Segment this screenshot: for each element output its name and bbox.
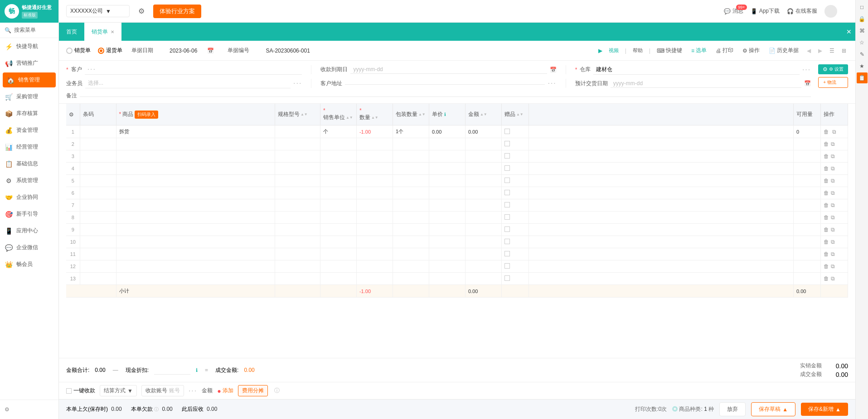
row-quantity-1[interactable]: -1.00 [356,125,393,138]
delete-icon-8[interactable]: 🗑 [824,214,829,221]
copy-icon-13[interactable]: ⧉ [831,275,835,282]
right-panel-btn-5[interactable]: ✎ [857,49,868,60]
save-new-button[interactable]: 保存&新增 ▲ [801,403,848,416]
account-selector[interactable]: 收款账号 账号 [141,385,184,396]
gift-checkbox-8[interactable] [504,214,510,220]
right-panel-btn-1[interactable]: □ [857,2,868,13]
row-spec-1[interactable] [275,125,320,138]
copy-icon-9[interactable]: ⧉ [831,226,835,233]
price-info-icon[interactable]: ℹ [444,112,446,117]
gift-checkbox-11[interactable] [504,251,510,256]
radio-sales[interactable]: 销货单 [66,47,91,54]
fee-info-icon[interactable]: ⓘ [274,387,280,395]
copy-icon-11[interactable]: ⧉ [831,251,835,257]
row-pack-qty-1[interactable]: 1个 [393,125,429,138]
row-price-1[interactable]: 0.00 [429,125,465,138]
delete-icon-3[interactable]: 🗑 [824,153,829,159]
arrears-info-icon[interactable]: ⓘ [154,407,159,412]
help-btn[interactable]: 帮助 [630,46,645,55]
settings-button[interactable]: ⚙ ⚙ 设置 [818,64,848,74]
payment-due-input[interactable]: yyyy-mm-dd [350,65,547,74]
gift-checkbox-2[interactable] [504,141,510,146]
copy-icon-3[interactable]: ⧉ [831,153,835,159]
sidebar-item-purchase[interactable]: 🛒 采购管理 [0,88,58,105]
address-dots[interactable]: ··· [548,79,556,87]
account-dots[interactable]: ··· [189,387,197,395]
add-payment-btn[interactable]: ● 添加 [217,387,233,395]
grid-view-icon[interactable]: ⊞ [842,48,846,54]
gift-checkbox-10[interactable] [504,239,510,244]
company-selector[interactable]: XXXXXX公司 ▼ [66,5,130,17]
user-avatar[interactable] [824,5,837,18]
copy-icon-10[interactable]: ⧉ [831,239,835,245]
right-panel-btn-4[interactable]: ☆ [857,37,868,48]
sidebar-settings-btn[interactable]: ⚙ [0,404,58,415]
sidebar-item-inventory[interactable]: 📦 库存核算 [0,105,58,122]
delete-icon-6[interactable]: 🗑 [824,190,829,196]
sidebar-item-sales[interactable]: 🏠 销售管理 [3,72,56,87]
payment-due-calendar-icon[interactable]: 📅 [550,67,557,73]
delete-icon-12[interactable]: 🗑 [824,263,829,270]
tab-close-icon[interactable]: ✕ [111,29,114,34]
save-draft-button[interactable]: 保存草稿 ▲ [751,402,795,416]
copy-icon-6[interactable]: ⧉ [831,190,835,196]
gift-checkbox-9[interactable] [504,226,510,232]
delivery-calendar-icon[interactable]: 📅 [804,80,811,87]
copy-icon-8[interactable]: ⧉ [831,214,835,221]
delete-icon-2[interactable]: 🗑 [824,141,829,147]
fee-split-btn[interactable]: 费用分摊 [238,385,268,396]
abandon-button[interactable]: 放弃 [719,402,746,416]
gift-checkbox-3[interactable] [504,153,510,159]
salesperson-dots[interactable]: ··· [293,79,302,87]
gift-checkbox-13[interactable] [504,275,510,281]
delete-icon-4[interactable]: 🗑 [824,165,829,172]
delete-icon-10[interactable]: 🗑 [824,239,829,245]
row-barcode-1[interactable] [80,125,116,138]
delete-icon-1[interactable]: 🗑 [824,129,829,135]
sidebar-item-system[interactable]: ⚙ 系统管理 [0,172,58,189]
delete-icon-7[interactable]: 🗑 [824,202,829,208]
right-panel-btn-7[interactable]: 📋 [857,72,868,83]
delete-icon-9[interactable]: 🗑 [824,226,829,233]
sidebar-item-wechat[interactable]: 💬 企业微信 [0,239,58,256]
note-input[interactable] [80,95,811,97]
search-menu[interactable]: 🔍 搜索菜单 [0,23,58,38]
row-product-1[interactable]: 拆货 [116,125,275,138]
video-btn[interactable]: 视频 [606,46,621,55]
copy-icon-5[interactable]: ⧉ [831,178,835,184]
list-view-icon[interactable]: ☰ [829,48,834,54]
shortcut-btn[interactable]: ⌨ 快捷键 [654,45,685,56]
template-btn[interactable]: ≡ 选单 [689,45,709,56]
operation-btn[interactable]: ⚙ 操作 [740,45,762,56]
row-unit-1[interactable]: 个 [320,125,356,138]
right-panel-btn-2[interactable]: 🔒 [857,14,868,24]
sidebar-item-quick-nav[interactable]: ⚡ 快捷导航 [0,38,58,55]
copy-icon-4[interactable]: ⧉ [831,165,835,172]
scan-button[interactable]: 扫码录入 [135,111,158,119]
customer-input[interactable]: ··· [85,64,302,75]
right-panel-btn-3[interactable]: ⌘ [857,25,868,36]
one-click-checkbox[interactable] [66,388,72,394]
sidebar-item-marketing[interactable]: 📢 营销推广 [0,55,58,72]
delete-icon-13[interactable]: 🗑 [824,275,829,282]
copy-icon-7[interactable]: ⧉ [831,202,835,208]
delivery-date-input[interactable]: yyyy-mm-dd [611,79,801,88]
sidebar-item-guide[interactable]: 🎯 新手引导 [0,206,58,222]
gift-checkbox-5[interactable] [504,178,510,183]
copy-icon-1[interactable]: ⧉ [832,129,836,135]
delete-icon-5[interactable]: 🗑 [824,178,829,184]
tab-sales-order[interactable]: 销货单 ✕ [84,23,121,41]
gift-checkbox-4[interactable] [504,165,510,171]
sidebar-item-enterprise[interactable]: 🤝 企业协同 [0,189,58,206]
sidebar-item-app-center[interactable]: 📱 应用中心 [0,222,58,239]
online-service-btn[interactable]: 🎧 在线客服 [787,7,817,15]
salesperson-input[interactable]: 选择... [85,78,291,88]
print-btn[interactable]: 🖨 打印 [713,45,736,56]
gift-checkbox-7[interactable] [504,202,510,207]
th-config[interactable]: ⚙ [66,104,80,125]
radio-return[interactable]: 退货单 [98,47,122,54]
app-download-btn[interactable]: 📱 App下载 [751,7,780,15]
warehouse-dots[interactable]: ··· [802,66,811,74]
history-btn[interactable]: 📄 历史单据 [766,45,801,56]
topbar-settings-btn[interactable]: ⚙ [135,5,148,18]
